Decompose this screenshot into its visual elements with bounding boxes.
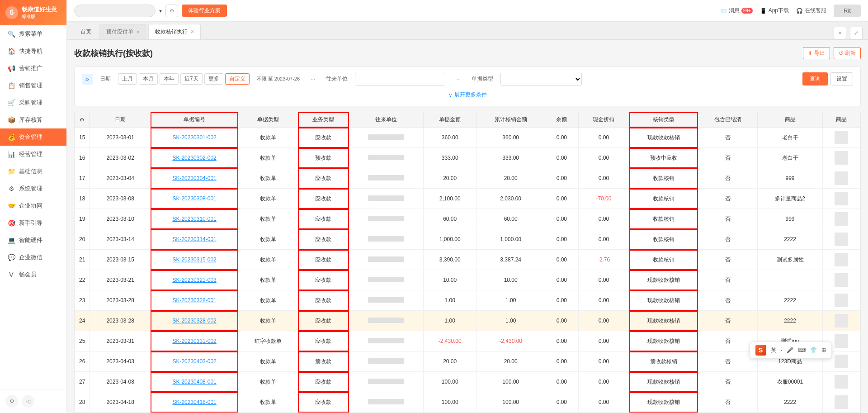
bill-no-link[interactable]: SK-20230403-002 xyxy=(172,358,216,365)
cell-bill-no[interactable]: SK-20230408-001 xyxy=(151,372,238,392)
sidebar-item-finance[interactable]: 💰 资金管理 xyxy=(0,128,66,146)
bill-no-link[interactable]: SK-20230310-001 xyxy=(172,216,216,222)
sidebar-item-hardware[interactable]: 💻 智能硬件 xyxy=(0,232,66,249)
refresh-btn[interactable]: ↺ 刷新 xyxy=(834,47,861,59)
sidebar-item-member[interactable]: V 畅会员 xyxy=(0,266,66,283)
ime-emoji-icon[interactable]: 👕 xyxy=(810,347,817,353)
cell-balance: 0.00 xyxy=(545,270,578,290)
ime-voice-icon[interactable]: 🎤 xyxy=(787,347,793,353)
tabbar-actions: × ⤢ xyxy=(834,27,868,39)
date-btn-this-month[interactable]: 本月 xyxy=(139,73,158,85)
sidebar-item-corp[interactable]: 🤝 企业协同 xyxy=(0,197,66,214)
cell-discount: 0.00 xyxy=(578,209,629,229)
cell-bill-type: 收款单 xyxy=(238,189,298,209)
expand-more-conditions-btn[interactable]: ∨ 展开更多条件 xyxy=(448,91,487,99)
setting-btn[interactable]: 设置 xyxy=(830,72,853,85)
cell-bill-no[interactable]: SK-20230328-002 xyxy=(151,311,238,331)
filter-area: » 日期 上月 本月 本年 近7天 更多 自定义 不限 至 2023-07-26… xyxy=(74,66,861,106)
bill-no-link[interactable]: SK-20230408-001 xyxy=(172,379,216,385)
prepay-tab-close-icon[interactable]: × xyxy=(136,28,140,36)
topbar-gear-btn[interactable]: ⚙ xyxy=(165,5,178,17)
sidebar-collapse-btn[interactable]: ◁ xyxy=(22,395,34,408)
th-date: 日期 xyxy=(90,112,151,128)
date-btn-7days[interactable]: 近7天 xyxy=(180,73,203,85)
query-btn[interactable]: 查询 xyxy=(802,72,828,85)
megaphone-icon: 📢 xyxy=(7,65,15,72)
cell-bill-no[interactable]: SK-20230403-002 xyxy=(151,351,238,372)
cell-no: 15 xyxy=(75,128,90,148)
ime-grid-icon[interactable]: ⊞ xyxy=(821,347,826,353)
sidebar-item-guide[interactable]: 🎯 新手引导 xyxy=(0,214,66,232)
app-download-btn[interactable]: 📱 App下载 xyxy=(760,7,789,14)
ime-keyboard-icon[interactable]: ⌨ xyxy=(798,347,806,353)
cell-date: 2023-03-08 xyxy=(90,189,151,209)
cell-cancel-amount: 333.00 xyxy=(476,148,545,168)
cell-bill-no[interactable]: SK-20230310-001 xyxy=(151,209,238,229)
export-btn[interactable]: ⬆ 导出 xyxy=(803,47,830,59)
bill-no-link[interactable]: SK-20230418-001 xyxy=(172,399,216,405)
date-btn-custom[interactable]: 自定义 xyxy=(225,73,250,85)
cell-bill-no[interactable]: SK-20230418-001 xyxy=(151,392,238,413)
bill-type-filter-select[interactable] xyxy=(500,73,582,85)
cell-bill-no[interactable]: SK-20230304-001 xyxy=(151,168,238,189)
sidebar-item-wechat[interactable]: 💬 企业微信 xyxy=(0,249,66,266)
partner-filter-input[interactable] xyxy=(355,73,445,85)
cell-bill-no[interactable]: SK-20230314-001 xyxy=(151,229,238,250)
bill-no-link[interactable]: SK-20230331-002 xyxy=(172,338,216,344)
cell-discount: 0.00 xyxy=(578,148,629,168)
th-settings[interactable]: ⚙ xyxy=(75,112,90,128)
tab-close-all-btn[interactable]: × xyxy=(834,27,846,39)
tab-prepay[interactable]: 预付应付单 × xyxy=(99,24,146,39)
sidebar-item-quick[interactable]: 🏠 快捷导航 xyxy=(0,43,66,60)
handshake-icon: 🤝 xyxy=(7,202,15,209)
ime-punct-btn[interactable]: · xyxy=(781,347,782,353)
sidebar-item-marketing[interactable]: 📢 营销推广 xyxy=(0,60,66,77)
table-row: 28 2023-04-18 SK-20230418-001 收款单 应收款 10… xyxy=(75,392,860,413)
date-btn-more[interactable]: 更多 xyxy=(204,73,223,85)
message-btn[interactable]: 📨 消息 99+ xyxy=(720,7,753,14)
sidebar-item-sales[interactable]: 📋 销售管理 xyxy=(0,77,66,94)
cell-bill-no[interactable]: SK-20230321-003 xyxy=(151,270,238,290)
ime-chinese-btn[interactable]: 英 xyxy=(771,347,776,354)
topbar-search-input[interactable] xyxy=(74,5,156,17)
bill-no-link[interactable]: SK-20230301-002 xyxy=(172,134,216,141)
sidebar-item-purchase[interactable]: 🛒 采购管理 xyxy=(0,94,66,111)
sidebar-item-inventory[interactable]: 📦 库存核算 xyxy=(0,111,66,128)
sidebar-item-system[interactable]: ⚙ 系统管理 xyxy=(0,180,66,197)
clipboard-icon: 📋 xyxy=(7,82,15,89)
sidebar-item-search[interactable]: 🔍 搜索菜单 xyxy=(0,25,66,43)
bill-no-link[interactable]: SK-20230328-002 xyxy=(172,318,216,324)
date-btn-last-month[interactable]: 上月 xyxy=(118,73,137,85)
sidebar-item-operation[interactable]: 📊 经营管理 xyxy=(0,146,66,163)
bill-no-link[interactable]: SK-20230314-001 xyxy=(172,236,216,242)
receipt-tab-close-icon[interactable]: × xyxy=(190,28,194,35)
cell-bill-no[interactable]: SK-20230302-002 xyxy=(151,148,238,168)
cell-bill-no[interactable]: SK-20230331-002 xyxy=(151,331,238,351)
filter-expand-icon-btn[interactable]: » xyxy=(82,74,93,85)
industry-solution-btn[interactable]: 体验行业方案 xyxy=(182,5,227,17)
user-avatar[interactable]: Rit xyxy=(834,5,861,17)
cell-cancel-amount: 2,030.00 xyxy=(476,189,545,209)
sidebar-settings-btn[interactable]: ⚙ xyxy=(5,395,18,408)
tab-receipt[interactable]: 收款核销执行 × xyxy=(148,24,201,39)
sidebar-item-basic[interactable]: 📁 基础信息 xyxy=(0,163,66,180)
tab-expand-btn[interactable]: ⤢ xyxy=(850,27,863,39)
bill-no-link[interactable]: SK-20230304-001 xyxy=(172,175,216,181)
bill-no-link[interactable]: SK-20230328-001 xyxy=(172,297,216,304)
tab-home[interactable]: 首页 xyxy=(74,24,98,39)
cell-goods xyxy=(758,270,822,290)
cell-bill-no[interactable]: SK-20230301-002 xyxy=(151,128,238,148)
bill-no-link[interactable]: SK-20230321-003 xyxy=(172,277,216,283)
cell-bill-no[interactable]: SK-20230308-001 xyxy=(151,189,238,209)
cell-bill-no[interactable]: SK-20230328-001 xyxy=(151,290,238,311)
topbar-dropdown[interactable]: ▾ xyxy=(159,8,162,14)
cell-bill-no[interactable]: SK-20230315-002 xyxy=(151,250,238,270)
cell-include-cleared: 否 xyxy=(698,128,758,148)
bill-no-link[interactable]: SK-20230308-001 xyxy=(172,195,216,202)
target-icon: 🎯 xyxy=(7,219,15,227)
bill-no-link[interactable]: SK-20230315-002 xyxy=(172,256,216,263)
online-service-btn[interactable]: 🎧 在线客服 xyxy=(796,7,826,14)
bill-no-link[interactable]: SK-20230302-002 xyxy=(172,155,216,161)
date-btn-this-year[interactable]: 本年 xyxy=(160,73,179,85)
cell-amount: 100.00 xyxy=(424,392,476,413)
